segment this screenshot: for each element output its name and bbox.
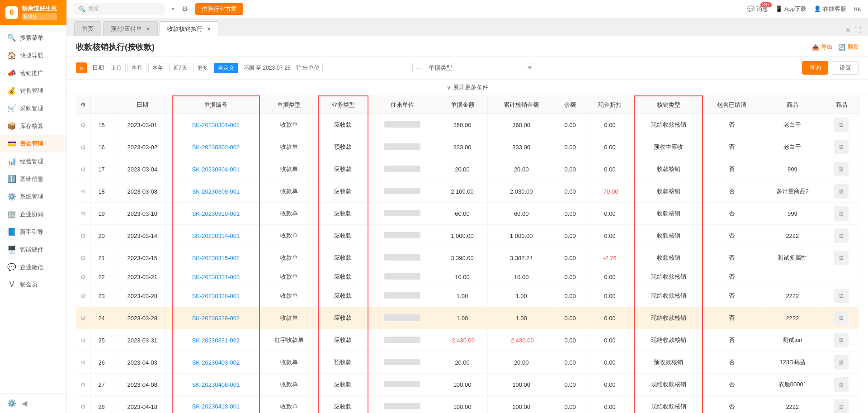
sidebar-icon-quicknav: 🏠 <box>7 51 16 60</box>
cell-gear[interactable]: ⚙ <box>76 269 90 285</box>
cell-bill-type: 收款单 <box>259 247 318 269</box>
cell-accum-cancel: 100.00 <box>488 374 555 396</box>
sidebar-item-member[interactable]: V畅会员 <box>0 276 66 293</box>
cell-bill-no: SK-20230328-002 <box>172 307 259 329</box>
bill-no-link[interactable]: SK-20230310-001 <box>192 210 240 217</box>
filter-settings-button[interactable]: 设置 <box>832 61 859 75</box>
cell-gear[interactable]: ⚙ <box>76 307 90 329</box>
cell-cancel-type: 现结收款核销 <box>635 374 703 396</box>
query-button[interactable]: 查询 <box>802 61 828 75</box>
sidebar-item-quicknav[interactable]: 🏠快捷导航 <box>0 47 66 64</box>
tab-payable-close-icon[interactable]: × <box>146 25 150 33</box>
sidebar-item-marketing[interactable]: 📣营销推广 <box>0 64 66 82</box>
cell-gear[interactable]: ⚙ <box>76 158 90 180</box>
expand-more-button[interactable]: ∨ 展开更多条件 <box>67 81 868 93</box>
date-this-year-btn[interactable]: 本年 <box>148 63 167 73</box>
sidebar-item-finance[interactable]: 💳资金管理 <box>0 135 66 152</box>
bill-no-link[interactable]: SK-20230301-002 <box>192 122 240 128</box>
cell-gear[interactable]: ⚙ <box>76 329 90 351</box>
bill-no-link[interactable]: SK-20230403-002 <box>192 359 240 366</box>
messages-button[interactable]: 💬 消息 99+ <box>747 5 768 13</box>
sidebar-item-corp[interactable]: 🏢企业协同 <box>0 205 66 223</box>
filter-toggle-button[interactable]: » <box>76 62 87 73</box>
bill-no-link[interactable]: SK-20230302-002 <box>192 144 240 151</box>
cell-gear[interactable]: ⚙ <box>76 285 90 307</box>
date-this-month-btn[interactable]: 本月 <box>127 63 146 73</box>
goods-thumbnail: 🖼 <box>834 206 849 221</box>
cell-gear[interactable]: ⚙ <box>76 203 90 225</box>
cell-cancel-type: 现结收款核销 <box>635 307 703 329</box>
bill-no-link[interactable]: SK-20230328-001 <box>192 293 240 299</box>
sidebar-item-system[interactable]: ⚙️系统管理 <box>0 188 66 205</box>
cell-include-settled: 否 <box>703 114 761 136</box>
sidebar-item-inventory[interactable]: 📦库存核算 <box>0 117 66 135</box>
sidebar-item-wechat[interactable]: 💬企业微信 <box>0 258 66 276</box>
bill-no-link[interactable]: SK-20230321-003 <box>192 274 240 280</box>
partner-input[interactable] <box>322 63 413 73</box>
close-all-icon[interactable]: ✕ <box>845 27 851 34</box>
cell-bill-type: 收款单 <box>259 351 318 374</box>
cell-cancel-type: 现结收款核销 <box>635 329 703 351</box>
cell-gear[interactable]: ⚙ <box>76 374 90 396</box>
collapse-icon[interactable]: ◀ <box>22 399 27 408</box>
bill-type-select[interactable] <box>455 63 536 73</box>
cell-include-settled: 否 <box>703 180 761 203</box>
sidebar-item-guide[interactable]: 📘新手引导 <box>0 223 66 241</box>
bill-no-link[interactable]: SK-20230315-002 <box>192 255 240 261</box>
export-button[interactable]: 📤 导出 <box>812 43 833 51</box>
online-service-link[interactable]: 👤 在线客服 <box>814 5 846 13</box>
sidebar-item-hardware[interactable]: 🖥️智能硬件 <box>0 241 66 258</box>
cell-bill-type: 收款单 <box>259 307 318 329</box>
sidebar-item-sales[interactable]: 💰销售管理 <box>0 82 66 100</box>
settings-icon[interactable]: ⚙️ <box>7 399 16 408</box>
cell-gear[interactable]: ⚙ <box>76 396 90 413</box>
table-row: ⚙ 16 2023-03-02 SK-20230302-002 收款单 预收款 … <box>76 136 859 158</box>
cell-gear[interactable]: ⚙ <box>76 247 90 269</box>
cell-gear[interactable]: ⚙ <box>76 225 90 247</box>
filter-bar: » 日期 上月 本月 本年 近7天 更多 自定义 不限 至 2023-07-26… <box>67 57 868 80</box>
sidebar-item-basic[interactable]: ℹ️基础信息 <box>0 170 66 188</box>
cell-balance: 0.00 <box>555 247 585 269</box>
bill-no-link[interactable]: SK-20230304-001 <box>192 166 240 173</box>
cell-gear[interactable]: ⚙ <box>76 114 90 136</box>
date-last-month-btn[interactable]: 上月 <box>107 63 126 73</box>
app-download-link[interactable]: 📱 App下载 <box>775 5 807 13</box>
date-7days-btn[interactable]: 近7天 <box>169 63 191 73</box>
topbar: 🔍 搜索 ▾ ⚙ 体验行业方案 💬 消息 99+ 📱 App下载 👤 在线客服 … <box>67 0 868 18</box>
bill-no-link[interactable]: SK-20230331-002 <box>192 337 240 344</box>
cell-include-settled: 否 <box>703 158 761 180</box>
cell-gear[interactable]: ⚙ <box>76 136 90 158</box>
industry-solution-button[interactable]: 体验行业方案 <box>195 3 243 15</box>
cell-bill-type: 收款单 <box>259 158 318 180</box>
tab-collection[interactable]: 收款核销执行 × <box>160 21 218 36</box>
tab-collection-close-icon[interactable]: × <box>207 25 211 33</box>
date-quick-btns: 上月 本月 本年 近7天 更多 自定义 <box>107 63 238 73</box>
bill-no-link[interactable]: SK-20230408-001 <box>192 381 240 388</box>
sidebar-item-search[interactable]: 🔍搜索菜单 <box>0 29 66 47</box>
maximize-icon[interactable]: ⛶ <box>854 27 861 34</box>
col-header-gear[interactable]: ⚙ <box>76 96 90 114</box>
cell-gear[interactable]: ⚙ <box>76 351 90 374</box>
bill-no-link[interactable]: SK-20230418-001 <box>192 403 240 410</box>
service-icon: 👤 <box>814 5 821 12</box>
bill-no-link[interactable]: SK-20230314-001 <box>192 233 240 239</box>
date-custom-btn[interactable]: 自定义 <box>214 63 238 73</box>
refresh-button[interactable]: 🔄 刷新 <box>838 43 859 51</box>
cell-include-settled: 否 <box>703 396 761 413</box>
cell-gear[interactable]: ⚙ <box>76 180 90 203</box>
cell-goods: 2222 <box>761 225 824 247</box>
gear-icon[interactable]: ⚙ <box>182 5 188 13</box>
bill-no-link[interactable]: SK-20230308-001 <box>192 188 240 195</box>
cell-biz-type: 应收款 <box>318 158 368 180</box>
bill-no-link[interactable]: SK-20230328-002 <box>192 315 240 322</box>
sidebar-item-purchase[interactable]: 🛒采购管理 <box>0 100 66 117</box>
tab-payable[interactable]: 预付/应付单 × <box>103 21 158 36</box>
date-more-btn[interactable]: 更多 <box>193 63 212 73</box>
sidebar-item-operations[interactable]: 📊经营管理 <box>0 152 66 170</box>
tab-home[interactable]: 首页 <box>74 21 101 36</box>
dropdown-arrow-icon[interactable]: ▾ <box>172 6 175 12</box>
user-profile[interactable]: Rit <box>854 5 861 12</box>
cell-partner <box>368 247 437 269</box>
cell-index: 19 <box>90 203 113 225</box>
topbar-search[interactable]: 🔍 搜索 <box>74 3 165 15</box>
